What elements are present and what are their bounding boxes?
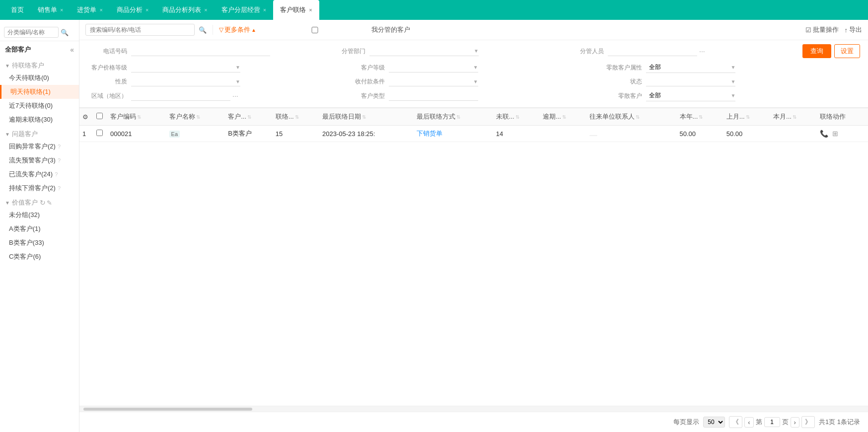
sidebar-item-a-class[interactable]: A类客户(1) — [0, 222, 79, 236]
partner-tag — [589, 135, 597, 136]
filter-phone-input[interactable] — [131, 47, 270, 56]
sidebar-item-c-class[interactable]: C类客户(6) — [0, 250, 79, 264]
sidebar-search-input[interactable] — [4, 27, 59, 38]
nav-item-customer-contact[interactable]: 客户联络 × — [273, 0, 319, 20]
filter-payment-input[interactable] — [389, 77, 473, 86]
row-checkbox[interactable] — [96, 130, 103, 136]
filter-region-input[interactable] — [131, 91, 230, 101]
help-icon-repurchase[interactable]: ? — [58, 144, 61, 149]
person-dots-icon[interactable]: ··· — [699, 47, 705, 55]
region-dots-icon[interactable]: ··· — [232, 92, 238, 100]
col-code[interactable]: 客户编码⇅ — [107, 108, 166, 126]
filter-price-level-input[interactable] — [131, 63, 235, 72]
first-page-btn[interactable]: 《 — [729, 416, 742, 428]
sidebar-item-repurchase-abnormal[interactable]: 回购异常客户(2) ? — [0, 140, 79, 153]
filter-person-input[interactable] — [608, 47, 697, 56]
sidebar-item-tomorrow[interactable]: 明天待联络(1) — [0, 85, 79, 99]
nav-home[interactable]: 首页 — [4, 0, 31, 20]
nav-close-purchase[interactable]: × — [99, 7, 102, 13]
cell-last-method[interactable]: 下销货单 — [414, 126, 493, 142]
my-customer-checkbox[interactable] — [260, 27, 369, 33]
col-contact[interactable]: 联络...⇅ — [273, 108, 319, 126]
batch-op-btn[interactable]: ☑ 批量操作 — [805, 25, 839, 34]
col-partner-contact[interactable]: 往来单位联系人⇅ — [586, 108, 676, 126]
set-button[interactable]: 设置 — [834, 44, 860, 58]
more-filter-btn[interactable]: ▽ 更多条件 ▲ — [219, 25, 256, 34]
sidebar-all-customers[interactable]: 全部客户 « — [0, 41, 79, 58]
nav-close-customer-tier[interactable]: × — [263, 7, 266, 13]
filter-row-3: 性质 ▼ 收付款条件 ▼ 状态 — [87, 77, 860, 86]
cust-level-caret[interactable]: ▼ — [473, 65, 478, 70]
sidebar-item-overdue[interactable]: 逾期未联络(30) — [0, 113, 79, 127]
filter-cust-type-input[interactable] — [389, 91, 478, 101]
nav-close-sales[interactable]: × — [60, 7, 63, 13]
col-this-month[interactable]: 本月...⇅ — [770, 108, 817, 126]
sidebar-item-b-class[interactable]: B类客户(33) — [0, 236, 79, 250]
gender-caret[interactable]: ▼ — [235, 79, 240, 84]
next-page-btn[interactable]: › — [791, 417, 799, 428]
sidebar-item-churn-warning[interactable]: 流失预警客户(3) ? — [0, 153, 79, 167]
filter-gender: 性质 ▼ — [87, 77, 345, 86]
filter-price-level: 客户价格等级 ▼ — [87, 63, 345, 72]
col-settings[interactable]: ⚙ — [79, 108, 93, 126]
nav-item-analysis-list[interactable]: 商品分析列表 × — [155, 0, 214, 20]
value-refresh-icon[interactable]: ↻ — [40, 199, 46, 207]
last-method-link[interactable]: 下销货单 — [417, 130, 442, 137]
filter-status-input[interactable] — [646, 77, 730, 86]
col-this-year[interactable]: 本年...⇅ — [677, 108, 723, 126]
action-grid-icon[interactable]: ⊞ — [832, 130, 838, 138]
query-button[interactable]: 查询 — [802, 44, 831, 58]
retail-attr-caret[interactable]: ▼ — [730, 65, 735, 70]
col-last-method[interactable]: 最后联络方式⇅ — [414, 108, 493, 126]
filter-region-label: 区域（地区） — [87, 92, 127, 100]
col-checkbox[interactable] — [93, 108, 107, 126]
filter-dept-label: 分管部门 — [326, 47, 365, 56]
help-icon-churned[interactable]: ? — [55, 171, 58, 177]
nav-item-customer-tier[interactable]: 客户分层经营 × — [215, 0, 273, 20]
value-edit-icon[interactable]: ✎ — [47, 199, 52, 207]
nav-item-sales[interactable]: 销售单 × — [31, 0, 70, 20]
filter-dept-input[interactable] — [369, 47, 474, 56]
col-last-month[interactable]: 上月...⇅ — [723, 108, 770, 126]
status-caret[interactable]: ▼ — [730, 79, 735, 84]
nav-close-analysis[interactable]: × — [145, 7, 148, 13]
sidebar-collapse-icon[interactable]: « — [70, 46, 74, 54]
current-page-input[interactable] — [764, 417, 780, 427]
col-last-date[interactable]: 最后联络日期⇅ — [319, 108, 414, 126]
sidebar-item-today[interactable]: 今天待联络(0) — [0, 71, 79, 85]
help-icon-declining[interactable]: ? — [58, 185, 61, 191]
problem-arrow-icon: ▼ — [5, 132, 10, 137]
select-all-checkbox[interactable] — [96, 113, 103, 119]
sidebar-item-7days[interactable]: 近7天待联络(0) — [0, 99, 79, 113]
retail-cust-caret[interactable]: ▼ — [730, 93, 735, 98]
scroll-bar[interactable] — [83, 408, 252, 411]
nav-item-analysis[interactable]: 商品分析 × — [110, 0, 155, 20]
action-phone-icon[interactable]: 📞 — [820, 130, 828, 138]
page-size-select[interactable]: 50 — [703, 417, 725, 428]
nav-item-purchase[interactable]: 进货单 × — [70, 0, 109, 20]
cell-checkbox[interactable] — [93, 126, 107, 142]
nav-close-analysis-list[interactable]: × — [204, 7, 207, 13]
last-page-btn[interactable]: 》 — [801, 416, 815, 428]
col-unlinked[interactable]: 未联...⇅ — [493, 108, 540, 126]
search-button[interactable]: 🔍 — [199, 26, 207, 34]
sidebar-search-icon[interactable]: 🔍 — [61, 29, 69, 36]
filter-gender-input[interactable] — [131, 77, 235, 86]
help-icon-churn[interactable]: ? — [58, 157, 61, 163]
payment-caret[interactable]: ▼ — [473, 79, 478, 84]
page-prefix: 第 — [756, 418, 762, 427]
dept-caret-icon[interactable]: ▼ — [474, 48, 479, 54]
search-input[interactable] — [85, 24, 195, 36]
col-cust-type[interactable]: 客户...⇅ — [225, 108, 273, 126]
col-overdue[interactable]: 逾期...⇅ — [540, 108, 586, 126]
sidebar-item-churned[interactable]: 已流失客户(24) ? — [0, 167, 79, 181]
nav-close-customer-contact[interactable]: × — [309, 7, 312, 13]
sidebar-item-ungrouped[interactable]: 未分组(32) — [0, 208, 79, 222]
col-name[interactable]: 客户名称⇅ — [166, 108, 225, 126]
sidebar-item-declining[interactable]: 持续下滑客户(2) ? — [0, 181, 79, 195]
price-level-caret[interactable]: ▼ — [235, 65, 240, 70]
my-customer-checkbox-area[interactable]: 我分管的客户 — [260, 25, 410, 34]
filter-cust-level-input[interactable] — [389, 63, 473, 72]
export-btn[interactable]: ↑ 导出 — [845, 25, 863, 34]
prev-page-btn[interactable]: ‹ — [744, 417, 753, 428]
